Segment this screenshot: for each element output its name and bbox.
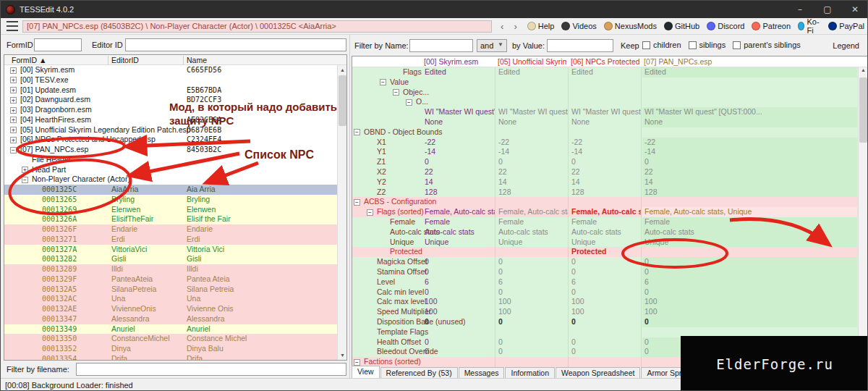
- grid-row[interactable]: Auto-calc statsAuto-calc statsAuto-calc …: [352, 227, 858, 237]
- tab-referenced-by-53-[interactable]: Referenced By (53): [380, 367, 458, 378]
- grid-column-header[interactable]: [07] PAN_NPCs.esp: [644, 57, 856, 66]
- grid-row[interactable]: −Flags (sorted)Female, Auto-calc stats, …: [352, 207, 858, 217]
- grid-row[interactable]: Stamina Offset0000: [352, 267, 858, 277]
- expand-icon[interactable]: +: [22, 167, 28, 173]
- tab-messages[interactable]: Messages: [459, 367, 505, 378]
- formid-input[interactable]: [34, 38, 82, 51]
- grid-cell[interactable]: -22: [569, 138, 641, 148]
- grid-row[interactable]: Y1-14-14-14-14: [352, 147, 858, 157]
- grid-cell[interactable]: 6: [642, 277, 857, 287]
- grid-cell[interactable]: 128: [569, 188, 641, 198]
- grid-cell[interactable]: -14: [422, 147, 495, 157]
- grid-cell[interactable]: 0: [496, 287, 568, 298]
- grid-cell[interactable]: 100: [642, 307, 857, 317]
- grid-cell[interactable]: 128: [422, 188, 495, 198]
- grid-cell[interactable]: Female: [422, 217, 495, 227]
- tree-row[interactable]: 00013289IlldiIlldi: [4, 264, 337, 274]
- grid-cell[interactable]: 6: [569, 277, 641, 287]
- expand-icon[interactable]: +: [10, 107, 17, 114]
- grid-cell[interactable]: 0: [422, 257, 495, 267]
- link-paypal[interactable]: PayPal: [828, 22, 864, 30]
- tree-row[interactable]: 00013271ErdiErdi: [4, 235, 337, 245]
- grid-cell[interactable]: WI "Master WI quest" [QUST:000...: [496, 107, 568, 117]
- checkbox-icon[interactable]: [689, 41, 697, 49]
- tree-row[interactable]: 00013347AlessandraAlessandra: [4, 314, 337, 324]
- grid-row[interactable]: Magicka Offset0000: [352, 257, 858, 267]
- grid-cell[interactable]: Edited: [496, 67, 568, 77]
- grid-cell[interactable]: Unique: [642, 237, 857, 248]
- tree-row[interactable]: +[00] Skyrim.esmC665FD56: [4, 65, 337, 75]
- grid-row[interactable]: Disposition Base (unused)0000: [352, 317, 858, 327]
- grid-cell[interactable]: 22: [569, 167, 641, 177]
- tree-row[interactable]: 00013352DinyaDinya Balu: [4, 344, 337, 354]
- grid-cell[interactable]: 100: [496, 307, 568, 317]
- grid-cell[interactable]: Female, Auto-calc stats, Unique: [422, 207, 495, 217]
- expand-icon[interactable]: +: [10, 77, 17, 83]
- grid-row[interactable]: NoneNoneNoneNone: [352, 117, 858, 127]
- grid-cell[interactable]: Unique: [496, 237, 568, 248]
- grid-row[interactable]: Y214141414: [352, 177, 858, 188]
- grid-cell[interactable]: Female: [569, 217, 641, 227]
- tab-weapon-spreadsheet[interactable]: Weapon Spreadsheet: [556, 367, 640, 378]
- grid-cell[interactable]: 14: [569, 177, 641, 188]
- scroll-down-icon[interactable]: ▼: [338, 350, 347, 360]
- collapse-icon[interactable]: −: [354, 129, 360, 135]
- legend-link[interactable]: Legend: [833, 41, 859, 50]
- link-help[interactable]: Help: [527, 22, 555, 30]
- grid-cell[interactable]: Auto-calc stats: [569, 227, 641, 237]
- grid-column-header[interactable]: [00] Skyrim.esm: [424, 57, 493, 66]
- expand-icon[interactable]: +: [10, 67, 17, 74]
- grid-cell[interactable]: 0: [642, 287, 857, 298]
- filter-filename-input[interactable]: [76, 363, 346, 376]
- grid-cell[interactable]: 128: [642, 188, 857, 198]
- grid-cell[interactable]: 0: [642, 157, 857, 167]
- link-ko-fi[interactable]: Ko-Fi: [798, 17, 821, 35]
- link-nexusmods[interactable]: NexusMods: [604, 22, 657, 30]
- column-formid[interactable]: FormID ▲: [12, 56, 46, 64]
- grid-row[interactable]: Level6666: [352, 277, 858, 287]
- tree-row[interactable]: 00013350ConstanceMichelConstance Michel: [4, 334, 337, 344]
- grid-cell[interactable]: Protected: [569, 247, 641, 257]
- link-videos[interactable]: Videos: [561, 22, 596, 30]
- grid-cell[interactable]: Female: [642, 217, 857, 227]
- nav-back-button[interactable]: ‹: [501, 21, 503, 32]
- link-discord[interactable]: Discord: [707, 22, 744, 30]
- grid-row[interactable]: FemaleFemaleFemaleFemaleFemale: [352, 217, 858, 227]
- grid-row[interactable]: Speed Multiplier100100100100: [352, 307, 858, 317]
- grid-cell[interactable]: 6: [496, 277, 568, 287]
- grid-cell[interactable]: 0: [569, 287, 641, 298]
- tree-row[interactable]: 00013354DrifaDrifa: [4, 354, 337, 361]
- tree-row[interactable]: 000132ACUnaUna: [4, 294, 337, 304]
- link-github[interactable]: GitHub: [664, 22, 699, 30]
- column-editorid[interactable]: EditorID: [111, 56, 139, 64]
- grid-row[interactable]: Calc min level0000: [352, 287, 858, 298]
- grid-row[interactable]: −Objec...: [352, 88, 858, 98]
- breadcrumb[interactable]: [07] PAN_NPCs.esp (84503B2C) \ Non-Playe…: [22, 20, 492, 33]
- grid-cell[interactable]: 0: [422, 157, 495, 167]
- grid-cell[interactable]: -22: [422, 138, 495, 148]
- collapse-icon[interactable]: −: [354, 359, 360, 366]
- grid-row[interactable]: Z10000: [352, 157, 858, 167]
- grid-cell[interactable]: 0: [569, 317, 641, 327]
- scroll-up-icon[interactable]: ▲: [859, 67, 868, 72]
- tree-row[interactable]: +[00] TESV.exe: [4, 75, 337, 85]
- grid-cell[interactable]: 22: [496, 167, 568, 177]
- grid-cell[interactable]: 6: [422, 277, 495, 287]
- grid-cell[interactable]: 0: [496, 317, 568, 327]
- checkbox-icon[interactable]: [642, 41, 650, 49]
- grid-cell[interactable]: 100: [642, 297, 857, 307]
- tree-row[interactable]: +Head Part: [4, 165, 337, 175]
- tree-row[interactable]: +[06] NPCs Protected and Uncapped.espC23…: [4, 135, 337, 145]
- grid-cell[interactable]: Edited: [642, 67, 857, 77]
- grid-cell[interactable]: 0: [422, 347, 495, 357]
- tree-row[interactable]: 00013265BrylingBryling: [4, 195, 337, 205]
- grid-cell[interactable]: Auto-calc stats: [496, 227, 568, 237]
- close-button[interactable]: ✕: [841, 1, 868, 18]
- collapse-icon[interactable]: −: [22, 177, 28, 183]
- grid-cell[interactable]: 0: [569, 157, 641, 167]
- grid-row[interactable]: Calc max level100100100100: [352, 297, 858, 307]
- grid-cell[interactable]: Edited: [422, 67, 495, 77]
- grid-cell[interactable]: 0: [422, 267, 495, 277]
- checkbox-children[interactable]: children: [642, 41, 681, 49]
- grid-row[interactable]: Z2128128128128: [352, 188, 858, 198]
